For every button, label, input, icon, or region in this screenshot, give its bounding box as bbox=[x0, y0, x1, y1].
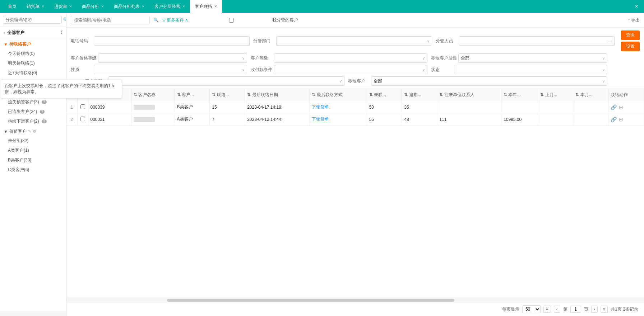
nav-close-active-icon[interactable]: × bbox=[214, 4, 217, 9]
horizontal-scrollbar[interactable] bbox=[66, 298, 644, 302]
last-contact-method-col-header[interactable]: ⇅ 最后联络方式 bbox=[310, 89, 367, 101]
search-button[interactable]: 🔍 bbox=[153, 18, 159, 23]
chevron-down-icon: ∨ bbox=[242, 68, 245, 72]
collapse-sidebar-icon[interactable]: 《 bbox=[58, 30, 62, 36]
last-contact-date-col-header[interactable]: ⇅ 最后联络日期 bbox=[245, 89, 310, 101]
row-checkbox[interactable] bbox=[80, 104, 85, 109]
scrollbar-thumb[interactable] bbox=[167, 299, 454, 302]
sidebar-search-icon[interactable]: 🔍 bbox=[63, 17, 66, 22]
nav-product-analysis[interactable]: 商品分析 × bbox=[77, 0, 109, 13]
search-input[interactable] bbox=[71, 16, 150, 24]
sidebar-search-input[interactable] bbox=[3, 16, 62, 24]
prev-page-button[interactable]: ‹ bbox=[554, 306, 560, 313]
sidebar-item-loss-warning[interactable]: 流失预警客户(3) ? bbox=[0, 97, 66, 107]
window-close-button[interactable]: × bbox=[632, 3, 641, 10]
nav-close-icon[interactable]: × bbox=[69, 4, 72, 9]
nav-close-icon[interactable]: × bbox=[101, 4, 104, 9]
nav-sales-order[interactable]: 销货单 × bbox=[22, 0, 49, 13]
sidebar-group-value-customers[interactable]: ▼ 价值客户 ✎ ⚙ bbox=[0, 126, 66, 136]
contact-icon[interactable]: 🔗 bbox=[611, 104, 617, 110]
action-cell: 🔗 ⊞ bbox=[608, 101, 644, 113]
sidebar-item-ungrouped[interactable]: 未分组(32) bbox=[0, 136, 66, 146]
info-icon: ? bbox=[42, 100, 47, 104]
level-col-header[interactable]: ⇅ 客户... bbox=[175, 89, 210, 101]
query-button[interactable]: 查询 bbox=[621, 30, 640, 40]
nav-close-icon[interactable]: × bbox=[42, 4, 44, 9]
sidebar-item-a-class[interactable]: A类客户(1) bbox=[0, 146, 66, 155]
status-select[interactable]: ∨ bbox=[454, 65, 607, 74]
chevron-down-icon: ∨ bbox=[339, 79, 342, 83]
uncontacted-col-header[interactable]: ⇅ 未联... bbox=[367, 89, 402, 101]
status-field: 状态 ∨ bbox=[431, 65, 607, 74]
company-contact-col-header[interactable]: ⇅ 往来单位联系人 bbox=[437, 89, 501, 101]
sidebar-item-7days[interactable]: 近7天待联络(0) bbox=[0, 68, 66, 78]
price-level-select[interactable]: ∨ bbox=[98, 53, 247, 63]
customer-level-cell: A类客户 bbox=[175, 113, 210, 126]
nav-customer-contact[interactable]: 客户联络 × bbox=[190, 0, 222, 13]
nav-product-analysis-list[interactable]: 商品分析列表 × bbox=[109, 0, 149, 13]
my-customers-checkbox[interactable] bbox=[192, 18, 271, 23]
edit-icon[interactable]: ✎ bbox=[28, 129, 31, 134]
this-year-col-header[interactable]: ⇅ 本年... bbox=[501, 89, 538, 101]
retail-customer-select[interactable]: 全部 ∨ bbox=[371, 76, 607, 86]
last-page-button[interactable]: » bbox=[601, 306, 608, 313]
sidebar-group-pending-contact[interactable]: ▼ 待联络客户 bbox=[0, 39, 66, 49]
sidebar-scrollbar[interactable] bbox=[0, 312, 66, 316]
next-page-button[interactable]: › bbox=[591, 306, 598, 313]
page-number-input[interactable] bbox=[570, 306, 581, 313]
last-month-col-header[interactable]: ⇅ 上月... bbox=[538, 89, 573, 101]
sidebar-item-today[interactable]: 今天待联络(0) bbox=[0, 49, 66, 58]
nav-home[interactable]: 首页 bbox=[3, 0, 22, 13]
phone-input[interactable] bbox=[94, 36, 250, 46]
all-customers-header[interactable]: ▪ 全部客户 《 bbox=[0, 27, 66, 39]
blurred-name bbox=[134, 105, 155, 110]
customer-type-select[interactable]: ∨ bbox=[108, 76, 344, 86]
last-month-cell bbox=[538, 101, 573, 113]
sidebar-item-c-class[interactable]: C类客户(6) bbox=[0, 165, 66, 175]
customer-level-cell: B类客户 bbox=[175, 101, 210, 113]
name-col-header[interactable]: ⇅ 客户名称 bbox=[131, 89, 175, 101]
sidebar-item-b-class[interactable]: B类客户(33) bbox=[0, 155, 66, 165]
contact-method-link[interactable]: 下销货单 bbox=[312, 104, 329, 109]
this-month-col-header[interactable]: ⇅ 本月... bbox=[573, 89, 608, 101]
export-button[interactable]: ↑ 导出 bbox=[628, 17, 640, 23]
per-page-select[interactable]: 50 20 100 bbox=[522, 305, 541, 313]
nav-purchase-order[interactable]: 进货单 × bbox=[49, 0, 77, 13]
row-checkbox-cell[interactable] bbox=[77, 101, 88, 113]
sidebar-item-lost-customers[interactable]: 已流失客户(24) ? bbox=[0, 107, 66, 117]
nav-close-icon[interactable]: × bbox=[182, 4, 185, 9]
overdue-col-header[interactable]: ⇅ 逾期... bbox=[402, 89, 437, 101]
row-checkbox[interactable] bbox=[80, 117, 85, 121]
blurred-name bbox=[134, 117, 155, 122]
triangle-icon: ▼ bbox=[4, 129, 8, 134]
gender-select[interactable]: ∨ bbox=[94, 65, 247, 74]
table-area[interactable]: ⚙ ⇅ 客户编码 ⇅ 客户名称 ⇅ 客户... bbox=[66, 89, 644, 298]
more-conditions-button[interactable]: ▽ 更多条件 ∧ bbox=[162, 17, 188, 23]
customer-level-select[interactable]: ∨ bbox=[274, 53, 427, 63]
per-page-label: 每页显示 bbox=[502, 306, 519, 312]
manager-select[interactable]: ··· bbox=[459, 36, 615, 46]
first-page-button[interactable]: « bbox=[543, 306, 551, 313]
customer-level-field: 客户等级 ∨ bbox=[251, 53, 427, 63]
nav-customer-segmentation[interactable]: 客户分层经营 × bbox=[149, 0, 190, 13]
contact-icon[interactable]: 🔗 bbox=[611, 117, 617, 122]
more-icon[interactable]: ··· bbox=[608, 38, 612, 43]
nav-close-icon[interactable]: × bbox=[142, 4, 144, 9]
sidebar-item-declining[interactable]: 持续下滑客户(2) ? bbox=[0, 117, 66, 126]
more-action-icon[interactable]: ⊞ bbox=[619, 104, 623, 110]
more-action-icon[interactable]: ⊞ bbox=[619, 117, 623, 122]
payment-select[interactable]: ∨ bbox=[274, 65, 427, 74]
last-contact-method-cell[interactable]: 下销货单 bbox=[310, 113, 367, 126]
last-contact-method-cell[interactable]: 下销货单 bbox=[310, 101, 367, 113]
contact-method-link[interactable]: 下销货单 bbox=[312, 117, 329, 122]
retail-attr-select[interactable]: 全部 ∨ bbox=[458, 53, 607, 63]
retail-attr-label: 零散客户属性 bbox=[431, 55, 457, 61]
settings-icon[interactable]: ⚙ bbox=[33, 129, 36, 134]
sort-icon: ⇅ bbox=[540, 92, 544, 97]
department-select[interactable]: ∨ bbox=[276, 36, 432, 46]
contact-count-col-header[interactable]: ⇅ 联络... bbox=[210, 89, 245, 101]
settings-button[interactable]: 设置 bbox=[621, 42, 640, 51]
my-customers-checkbox-label[interactable]: 我分管的客户 bbox=[192, 17, 298, 23]
row-checkbox-cell[interactable] bbox=[77, 113, 88, 126]
sidebar-item-tomorrow[interactable]: 明天待联络(1) bbox=[0, 58, 66, 68]
